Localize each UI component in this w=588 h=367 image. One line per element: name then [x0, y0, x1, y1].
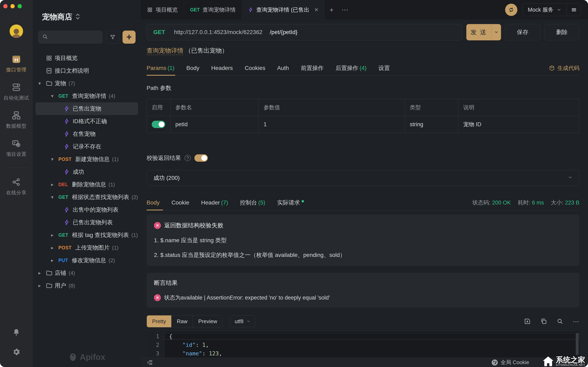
help-icon[interactable]: ? — [185, 155, 191, 161]
settings-gear-icon[interactable] — [12, 347, 21, 356]
tree-item[interactable]: ▾宠物(7) — [35, 77, 138, 90]
param-enabled-toggle[interactable] — [152, 121, 165, 128]
search-box[interactable] — [38, 31, 103, 44]
more-options-icon[interactable]: ⋯ — [573, 318, 579, 325]
tree-item[interactable]: ▾GET根据状态查找宠物列表(2) — [35, 191, 138, 203]
project-switcher-icon[interactable] — [75, 13, 80, 21]
delete-button[interactable]: 删除 — [544, 24, 579, 40]
generate-code-button[interactable]: 生成代码 — [549, 64, 579, 72]
environment-menu-button[interactable] — [567, 4, 581, 16]
param-name[interactable]: petId — [171, 116, 259, 133]
global-cookie-button[interactable]: 全局 Cookie — [492, 359, 529, 366]
tree-item[interactable]: ▸店铺(4) — [35, 267, 138, 279]
code-line[interactable]: 2 "id": 1, — [147, 341, 579, 349]
chevron-right-icon[interactable]: ▸ — [51, 245, 58, 250]
chevron-right-icon[interactable]: ▸ — [51, 182, 58, 187]
search-icon[interactable] — [557, 318, 563, 325]
close-tab-icon[interactable]: ✕ — [314, 7, 319, 13]
tab-headers[interactable]: Headers — [211, 65, 233, 71]
search-input[interactable] — [51, 34, 99, 40]
tree-item[interactable]: ▸用户(8) — [35, 279, 138, 292]
code-line[interactable]: 3 "name": 123, — [147, 349, 579, 358]
mock-service-button[interactable]: Mock 服务 — [522, 4, 567, 16]
chevron-down-icon[interactable]: ▾ — [51, 93, 58, 99]
view-pretty-button[interactable]: Pretty — [147, 315, 171, 327]
tree-item[interactable]: 项目概览 — [35, 52, 138, 64]
response-body-editor[interactable]: 1{2 "id": 1,3 "name": 123,4 "status": "n… — [147, 332, 579, 358]
chevron-right-icon[interactable]: ▸ — [51, 258, 58, 263]
tab-get-pet-detail[interactable]: GET 查询宠物详情 — [184, 0, 242, 20]
tab-pre-ops[interactable]: 前置操作 — [301, 64, 324, 72]
tree-item[interactable]: ▾GET查询宠物详情(4) — [35, 90, 138, 102]
save-button[interactable]: 保存 — [505, 24, 540, 40]
tree-item[interactable]: ▸GET根据 tag 查找宠物列表(1) — [35, 229, 138, 242]
resp-tab-actual-request[interactable]: 实际请求 — [277, 199, 304, 207]
resp-tab-console[interactable]: 控制台(5) — [240, 199, 265, 207]
response-case-select[interactable]: 成功 (200) — [147, 170, 579, 186]
rail-item-project-settings[interactable]: 项目设置 — [6, 138, 26, 157]
param-type[interactable]: string — [405, 116, 458, 133]
notifications-bell-icon[interactable] — [12, 328, 21, 337]
validate-response-toggle[interactable] — [194, 154, 208, 162]
resp-tab-body[interactable]: Body — [147, 200, 160, 206]
tree-item[interactable]: 在售宠物 — [35, 128, 138, 140]
tab-project-overview[interactable]: 项目概览 — [141, 0, 184, 20]
tree-item[interactable]: ▸POST上传宠物图片(1) — [35, 242, 138, 254]
view-raw-button[interactable]: Raw — [171, 315, 193, 327]
chevron-down-icon[interactable]: ▾ — [38, 81, 46, 86]
tree-item[interactable]: 接口文档说明 — [35, 64, 138, 77]
send-options-icon[interactable] — [491, 24, 501, 40]
tree-item[interactable]: 已售出宠物 — [35, 102, 138, 115]
tab-settings[interactable]: 设置 — [378, 64, 390, 72]
chevron-down-icon[interactable]: ▾ — [51, 194, 58, 200]
chevron-right-icon[interactable]: ▸ — [51, 232, 58, 238]
minimize-window-button[interactable] — [10, 4, 15, 8]
tree-item[interactable]: 出售中的宠物列表 — [35, 203, 138, 216]
tab-params[interactable]: Params(1) — [147, 65, 174, 71]
request-path[interactable]: /pet/{petId} — [270, 29, 297, 35]
indent-settings-icon[interactable] — [147, 359, 153, 366]
rail-item-data-model[interactable]: 数据模型 — [6, 110, 26, 129]
chevron-right-icon[interactable]: ▸ — [38, 270, 46, 276]
download-icon[interactable] — [524, 318, 531, 325]
close-window-button[interactable] — [3, 4, 8, 8]
editor-scrollbar[interactable] — [576, 333, 579, 355]
new-tab-button[interactable]: + — [325, 0, 338, 20]
view-preview-button[interactable]: Preview — [193, 315, 222, 327]
code-line[interactable]: 1{ — [147, 332, 579, 341]
resp-tab-cookie[interactable]: Cookie — [172, 200, 189, 206]
rail-item-share[interactable]: 在线分享 — [6, 177, 26, 196]
avatar[interactable] — [9, 25, 23, 38]
encoding-select[interactable]: utf8 — [230, 315, 255, 327]
project-name[interactable]: 宠物商店 — [42, 12, 72, 22]
tree-item[interactable]: ▸DEL删除宠物信息(1) — [35, 178, 138, 191]
chevron-right-icon[interactable]: ▸ — [38, 283, 46, 289]
rail-item-auto-test[interactable]: 自动化测试 — [4, 82, 29, 101]
tab-cookies[interactable]: Cookies — [245, 65, 265, 71]
copy-icon[interactable] — [540, 318, 547, 325]
sync-button[interactable] — [505, 4, 517, 16]
url-input[interactable]: GET http://127.0.0.1:4523/mock/622362 /p… — [147, 24, 462, 40]
request-method[interactable]: GET — [153, 29, 165, 35]
resp-tab-header[interactable]: Header(7) — [201, 200, 228, 206]
param-value[interactable]: 1 — [259, 116, 405, 133]
add-button[interactable]: + — [122, 31, 136, 44]
rail-item-api-manage[interactable]: 接口管理 — [6, 54, 26, 73]
tab-auth[interactable]: Auth — [277, 65, 289, 71]
zoom-window-button[interactable] — [17, 4, 22, 8]
tab-more-button[interactable]: ⋯ — [338, 0, 352, 20]
tree-item[interactable]: 记录不存在 — [35, 140, 138, 153]
send-button[interactable]: 发 送 — [466, 24, 501, 40]
tree-item[interactable]: ▾POST新建宠物信息(1) — [35, 153, 138, 166]
chevron-down-icon[interactable]: ▾ — [51, 156, 58, 162]
tab-sold-pet-case[interactable]: 查询宠物详情 (已售出 ✕ — [242, 0, 325, 20]
tree-item[interactable]: 已售出宠物列表 — [35, 216, 138, 229]
param-desc[interactable]: 宠物 ID — [458, 116, 579, 133]
tab-post-ops[interactable]: 后置操作(4) — [336, 64, 366, 72]
tree-item[interactable]: ▸PUT修改宠物信息(2) — [35, 254, 138, 267]
tab-body[interactable]: Body — [186, 65, 199, 71]
tree-item[interactable]: 成功 — [35, 166, 138, 178]
tree-item[interactable]: ID格式不正确 — [35, 115, 138, 128]
filter-button[interactable] — [106, 31, 119, 44]
api-title-link[interactable]: 查询宠物详情 — [147, 47, 183, 55]
